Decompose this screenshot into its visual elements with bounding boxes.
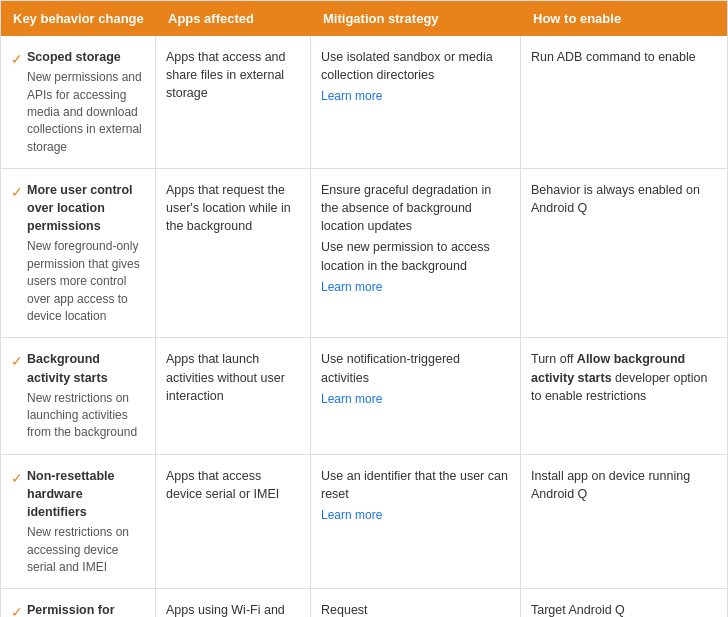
how-to-enable-cell: Run ADB command to enable [521, 36, 728, 168]
mitigation-cell: Request ACCESS_FINE_LOCATION permission … [311, 589, 521, 617]
checkmark-icon: ✓ [11, 182, 23, 202]
mitigation-cell: Use notification-triggered activitiesLea… [311, 338, 521, 453]
apps-affected-cell: Apps that launch activities without user… [156, 338, 311, 453]
behavior-title: More user control over location permissi… [27, 181, 145, 235]
table-row: ✓ Permission for wireless scanning Acces… [1, 589, 727, 617]
learn-more-link[interactable]: Learn more [321, 280, 382, 294]
how-to-enable-cell: Turn off Allow background activity start… [521, 338, 728, 453]
checkmark-icon: ✓ [11, 468, 23, 488]
mitigation-text: Use new permission to access location in… [321, 238, 510, 274]
mitigation-text: Ensure graceful degradation in the absen… [321, 181, 510, 235]
mitigation-text: Use an identifier that the user can rese… [321, 467, 510, 503]
learn-more-link[interactable]: Learn more [321, 392, 382, 406]
how-to-enable-text: Turn off Allow background activity start… [531, 352, 708, 402]
table-row: ✓ Non-resettable hardware identifiers Ne… [1, 455, 727, 590]
learn-more-link[interactable]: Learn more [321, 89, 382, 103]
how-to-enable-cell: Behavior is always enabled on Android Q [521, 169, 728, 337]
table-row: ✓ Scoped storage New permissions and API… [1, 36, 727, 169]
key-content: Non-resettable hardware identifiers New … [27, 467, 145, 577]
apps-affected-cell: Apps that access and share files in exte… [156, 36, 311, 168]
key-content: Scoped storage New permissions and APIs … [27, 48, 145, 156]
key-behavior-cell: ✓ Scoped storage New permissions and API… [1, 36, 156, 168]
behavior-description: New foreground-only permission that give… [27, 238, 145, 325]
header-col4: How to enable [521, 1, 728, 36]
bold-text: Allow background activity starts [531, 352, 685, 384]
mitigation-text: Request ACCESS_FINE_LOCATION permission … [321, 601, 510, 617]
table-body: ✓ Scoped storage New permissions and API… [1, 36, 727, 617]
checkmark-icon: ✓ [11, 49, 23, 69]
apps-affected-cell: Apps that access device serial or IMEI [156, 455, 311, 589]
header-col1: Key behavior change [1, 1, 156, 36]
mitigation-cell: Use isolated sandbox or media collection… [311, 36, 521, 168]
key-behavior-cell: ✓ More user control over location permis… [1, 169, 156, 337]
behavior-change-table: Key behavior change Apps affected Mitiga… [0, 0, 728, 617]
key-content: More user control over location permissi… [27, 181, 145, 325]
key-behavior-cell: ✓ Background activity starts New restric… [1, 338, 156, 453]
mitigation-cell: Use an identifier that the user can rese… [311, 455, 521, 589]
how-to-enable-cell: Install app on device running Android Q [521, 455, 728, 589]
key-content: Background activity starts New restricti… [27, 350, 145, 441]
behavior-description: New restrictions on accessing device ser… [27, 524, 145, 576]
header-col3: Mitigation strategy [311, 1, 521, 36]
key-behavior-cell: ✓ Permission for wireless scanning Acces… [1, 589, 156, 617]
mitigation-cell: Ensure graceful degradation in the absen… [311, 169, 521, 337]
checkmark-icon: ✓ [11, 602, 23, 617]
how-to-enable-cell: Target Android Q [521, 589, 728, 617]
behavior-title: Permission for wireless scanning [27, 601, 145, 617]
mitigation-text: Use isolated sandbox or media collection… [321, 48, 510, 84]
behavior-description: New restrictions on launching activities… [27, 390, 145, 442]
learn-more-link[interactable]: Learn more [321, 508, 382, 522]
apps-affected-cell: Apps using Wi-Fi and Bluetooth APIs [156, 589, 311, 617]
table-row: ✓ Background activity starts New restric… [1, 338, 727, 454]
key-behavior-cell: ✓ Non-resettable hardware identifiers Ne… [1, 455, 156, 589]
table-row: ✓ More user control over location permis… [1, 169, 727, 338]
checkmark-icon: ✓ [11, 351, 23, 371]
table-header: Key behavior change Apps affected Mitiga… [1, 1, 727, 36]
behavior-title: Scoped storage [27, 48, 145, 66]
header-col2: Apps affected [156, 1, 311, 36]
behavior-description: New permissions and APIs for accessing m… [27, 69, 145, 156]
apps-affected-cell: Apps that request the user's location wh… [156, 169, 311, 337]
key-content: Permission for wireless scanning Access … [27, 601, 145, 617]
behavior-title: Background activity starts [27, 350, 145, 386]
mitigation-text: Use notification-triggered activities [321, 350, 510, 386]
behavior-title: Non-resettable hardware identifiers [27, 467, 145, 521]
